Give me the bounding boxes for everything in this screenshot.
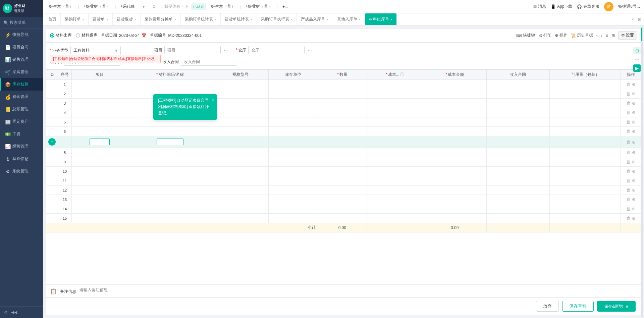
row-spec-cell[interactable] bbox=[212, 204, 269, 214]
row-cost-amount-cell[interactable] bbox=[423, 89, 486, 99]
row-spec-cell[interactable] bbox=[212, 148, 269, 157]
delete-row-icon[interactable]: 🗑 bbox=[626, 159, 631, 164]
copy-row-icon[interactable]: ⊕ bbox=[632, 178, 636, 183]
sidebar-item-basic-info[interactable]: ℹ 基础信息 bbox=[0, 153, 43, 165]
row-available-cell[interactable] bbox=[550, 99, 621, 108]
topbar-gear-icon[interactable]: ⚙ bbox=[152, 4, 156, 9]
row-unit-cell[interactable] bbox=[268, 195, 318, 204]
row-unit-cell[interactable] bbox=[268, 89, 318, 99]
row-cost-price-cell[interactable] bbox=[367, 186, 423, 195]
tooltip-close-icon[interactable]: × bbox=[212, 96, 214, 103]
row-material-cell[interactable] bbox=[128, 214, 212, 223]
copy-row-icon[interactable]: ⊕ bbox=[632, 216, 636, 221]
user-avatar[interactable]: 财 bbox=[604, 2, 613, 11]
row-income-contract-cell[interactable] bbox=[486, 89, 550, 99]
delete-row-icon[interactable]: 🗑 bbox=[626, 110, 631, 115]
add-row-button[interactable]: + bbox=[48, 138, 56, 146]
sidebar-item-finance[interactable]: 💰 资金管理 bbox=[0, 91, 43, 103]
row-quantity-cell[interactable] bbox=[318, 148, 367, 157]
row-available-cell[interactable] bbox=[550, 186, 621, 195]
row-spec-cell[interactable] bbox=[212, 99, 269, 108]
tab-incoming-stats[interactable]: 进货单统计表× bbox=[221, 13, 257, 25]
radio-material-outbound[interactable]: 材料出库 bbox=[50, 33, 72, 38]
row-quantity-cell[interactable] bbox=[318, 186, 367, 195]
view1-btn[interactable]: ≡ bbox=[606, 33, 608, 38]
row-spec-cell[interactable] bbox=[212, 89, 269, 99]
income-contract-input[interactable] bbox=[181, 58, 237, 66]
sidebar-item-inventory[interactable]: 📦 库存核算 bbox=[0, 78, 43, 91]
copy-row-icon[interactable]: ⊕ bbox=[632, 119, 636, 124]
close-icon[interactable]: × bbox=[390, 17, 392, 21]
row-cost-price-cell[interactable] bbox=[367, 204, 423, 214]
close-icon[interactable]: × bbox=[82, 17, 84, 21]
delete-row-icon[interactable]: 🗑 bbox=[626, 169, 631, 174]
date-value[interactable]: 2023-03-24 bbox=[119, 33, 140, 38]
row-material-cell[interactable] bbox=[128, 186, 212, 195]
row-cost-amount-cell[interactable] bbox=[423, 108, 486, 117]
row-unit-cell[interactable] bbox=[268, 108, 318, 117]
sidebar-item-fixed-assets[interactable]: 🏢 固定资产 bbox=[0, 115, 43, 128]
row-unit-cell[interactable] bbox=[268, 186, 318, 195]
row-spec-cell[interactable] bbox=[212, 136, 269, 148]
row-cost-price-cell[interactable] bbox=[367, 157, 423, 167]
delete-row-icon[interactable]: 🗑 bbox=[626, 206, 631, 211]
row-project-cell[interactable] bbox=[72, 186, 128, 195]
nav-next-btn[interactable]: › bbox=[601, 33, 602, 38]
col-settings[interactable]: ⚙ bbox=[46, 70, 58, 80]
row-spec-cell[interactable] bbox=[212, 195, 269, 204]
row-quantity-cell[interactable] bbox=[318, 99, 367, 108]
row-income-contract-cell[interactable] bbox=[486, 195, 550, 204]
settings-button[interactable]: ⚙ 设置 bbox=[618, 31, 637, 40]
right-icon-green[interactable]: ▶ bbox=[633, 64, 641, 72]
row-cost-price-cell[interactable] bbox=[367, 108, 423, 117]
row-material-cell[interactable] bbox=[128, 148, 212, 157]
row-quantity-cell[interactable] bbox=[318, 214, 367, 223]
row-income-contract-cell[interactable] bbox=[486, 176, 550, 186]
delete-row-icon[interactable]: 🗑 bbox=[626, 129, 631, 134]
delete-row-icon[interactable]: 🗑 bbox=[626, 216, 631, 221]
row-material-cell[interactable] bbox=[128, 157, 212, 167]
row-project-cell[interactable] bbox=[72, 89, 128, 99]
income-contract-ellipsis-icon[interactable]: ··· bbox=[239, 59, 246, 64]
row-cost-price-cell[interactable] bbox=[367, 195, 423, 204]
close-icon[interactable]: × bbox=[106, 17, 108, 21]
row-available-cell[interactable] bbox=[550, 157, 621, 167]
sidebar-item-search[interactable]: 🔍 搜索菜单 bbox=[0, 17, 43, 29]
row-material-input[interactable] bbox=[157, 139, 183, 145]
delete-row-icon[interactable]: 🗑 bbox=[626, 82, 631, 87]
discard-button[interactable]: 放弃 bbox=[536, 301, 559, 312]
row-cost-amount-cell[interactable] bbox=[423, 99, 486, 108]
delete-row-icon[interactable]: 🗑 bbox=[626, 197, 631, 202]
row-income-contract-cell[interactable] bbox=[486, 117, 550, 127]
row-cost-price-cell[interactable] bbox=[367, 167, 423, 176]
right-icon-grid[interactable]: ⊞ bbox=[633, 47, 641, 54]
row-cost-amount-cell[interactable] bbox=[423, 80, 486, 89]
sidebar-item-sales[interactable]: 📊 销售管理 bbox=[0, 53, 43, 66]
row-quantity-cell[interactable] bbox=[318, 136, 367, 148]
row-quantity-cell[interactable] bbox=[318, 167, 367, 176]
topbar-experience-btn[interactable]: ○ 我要体验一下 bbox=[161, 4, 189, 9]
row-material-cell[interactable] bbox=[128, 204, 212, 214]
copy-row-icon[interactable]: ⊕ bbox=[632, 82, 636, 87]
copy-row-icon[interactable]: ⊕ bbox=[632, 140, 636, 145]
cost-info-icon[interactable]: ⓘ bbox=[400, 72, 404, 77]
biz-type-select[interactable]: 工程领料 ▼ bbox=[70, 46, 121, 55]
row-project-cell[interactable] bbox=[72, 108, 128, 117]
row-unit-cell[interactable] bbox=[268, 167, 318, 176]
tab-incoming-return[interactable]: 进货退货× bbox=[113, 13, 141, 25]
row-project-cell[interactable] bbox=[72, 157, 128, 167]
sidebar-item-operations[interactable]: 📈 经营管理 bbox=[0, 140, 43, 153]
topbar-item-haoshengyi[interactable]: 好生意（普） bbox=[47, 3, 75, 10]
tab-purchase-exec[interactable]: 采购订单执行表× bbox=[257, 13, 297, 25]
row-cost-price-cell[interactable] bbox=[367, 80, 423, 89]
tab-finished-stock[interactable]: 产成品入库单× bbox=[297, 13, 333, 25]
copy-row-icon[interactable]: ⊕ bbox=[632, 197, 636, 202]
tab-purchase-split[interactable]: 采购费用分摊单× bbox=[141, 13, 180, 25]
row-project-cell[interactable] bbox=[72, 195, 128, 204]
row-income-contract-cell[interactable] bbox=[486, 127, 550, 136]
row-income-contract-cell[interactable] bbox=[486, 148, 550, 157]
close-icon[interactable]: × bbox=[134, 17, 136, 21]
sidebar-item-system[interactable]: ⚙ 系统管理 bbox=[0, 165, 43, 177]
close-icon[interactable]: × bbox=[214, 17, 216, 21]
row-cost-price-cell[interactable] bbox=[367, 127, 423, 136]
